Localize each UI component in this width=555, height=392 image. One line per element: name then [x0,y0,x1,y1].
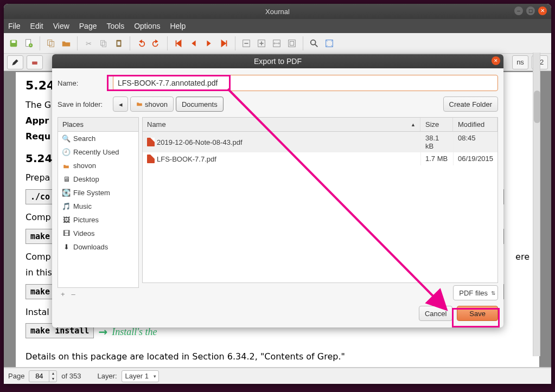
places-pictures[interactable]: 🖼Pictures [58,213,138,227]
places-music[interactable]: 🎵Music [58,200,138,213]
videos-icon: 🎞 [62,230,70,237]
places-filesystem[interactable]: 💽File System [58,186,138,200]
menu-options[interactable]: Options [134,22,160,30]
menu-file[interactable]: File [8,22,21,30]
zoom-in-icon[interactable] [255,37,268,50]
menu-edit[interactable]: Edit [30,22,43,30]
fullscreen-icon[interactable] [323,37,336,50]
places-videos[interactable]: 🎞Videos [58,227,138,240]
menubar: File Edit View Page Tools Options Help [4,19,551,33]
hand-annotation: Install's the [112,326,157,338]
col-header-name[interactable]: Name▲ [143,118,420,131]
svg-rect-8 [101,40,105,45]
breadcrumb-back-button[interactable]: ◂ [113,97,128,112]
col-header-size[interactable]: Size [420,118,453,131]
redo-icon[interactable] [150,37,163,50]
page-spinner[interactable]: ▲▼ [29,370,57,382]
folder-icon[interactable] [60,37,73,50]
svg-rect-18 [289,40,296,47]
eraser-tool-button[interactable] [27,55,43,69]
places-desktop[interactable]: 🖥Desktop [58,172,138,186]
save-icon[interactable] [7,37,20,50]
next-page-icon[interactable] [202,37,215,50]
pen-tool-button[interactable] [7,55,23,69]
pdf-file-icon [147,155,155,163]
menu-tools[interactable]: Tools [106,22,124,30]
svg-rect-22 [32,61,37,65]
text-requ: Requ [25,131,50,142]
copy2-icon[interactable] [97,37,110,50]
pdf-file-icon [147,138,155,146]
last-page-icon[interactable] [218,37,231,50]
sort-asc-icon: ▲ [411,122,416,127]
cancel-button[interactable]: Cancel [419,306,452,321]
dialog-close-button[interactable]: ✕ [492,56,500,65]
file-row[interactable]: LFS-BOOK-7.7.pdf 1.7 MB 06/19/2015 [143,152,497,165]
file-list[interactable]: Name▲ Size Modified 2019-12-06-Note-08-4… [142,117,498,283]
save-button[interactable]: Save [457,306,498,321]
prev-page-icon[interactable] [187,37,200,50]
svg-text:✂: ✂ [86,40,92,47]
copy-icon[interactable] [44,37,58,50]
places-home[interactable]: shovon [58,159,138,172]
tab-unknown-button[interactable]: ns [512,55,528,69]
statusbar: Page ▲▼ of 353 Layer: Layer 1 [4,368,551,384]
text-ere: ere [515,249,530,265]
col-header-modified[interactable]: Modified [453,118,497,131]
export-pdf-dialog: Export to PDF ✕ Name: Save in folder: ◂ … [52,54,503,327]
vertical-scrollbar[interactable] [533,53,540,356]
dialog-title: Export to PDF [254,57,302,66]
home-folder-icon [136,100,143,108]
titlebar: Xournal – ◻ ✕ [4,4,551,19]
page-label: Page [8,372,24,380]
first-page-icon[interactable] [172,37,185,50]
places-downloads[interactable]: ⬇Downloads [58,240,138,254]
text-details: Details on this package are located in S… [25,349,530,365]
svg-rect-16 [261,41,262,45]
fit-width-icon[interactable] [270,37,283,50]
menu-page[interactable]: Page [79,22,97,30]
filename-input[interactable] [113,75,498,91]
scrollbar-thumb[interactable] [534,91,540,123]
music-icon: 🎵 [62,203,70,210]
minimize-button[interactable]: – [514,7,523,15]
svg-rect-11 [117,41,120,45]
create-folder-button[interactable]: Create Folder [443,97,498,112]
search-icon[interactable] [308,37,321,50]
maximize-button[interactable]: ◻ [526,7,535,15]
file-row[interactable]: 2019-12-06-Note-08-43.pdf 38.1 kB 08:45 [143,132,497,152]
svg-rect-19 [290,41,294,45]
paste-icon[interactable] [112,37,125,50]
places-search[interactable]: 🔍Search [58,132,138,145]
places-add-button[interactable]: + [61,290,65,298]
folder-breadcrumb: ◂ shovon Documents [113,97,224,112]
page-down-icon[interactable]: ▼ [49,376,56,382]
page-up-icon[interactable]: ▲ [49,371,56,376]
page-number-input[interactable] [29,372,49,380]
places-remove-button[interactable]: – [72,290,75,298]
menu-view[interactable]: View [53,22,69,30]
dialog-titlebar: Export to PDF ✕ [52,54,503,68]
downloads-icon: ⬇ [62,243,70,251]
file-type-filter[interactable]: PDF files [453,285,498,300]
fit-page-icon[interactable] [285,37,298,50]
layer-label: Layer: [97,372,117,380]
close-window-button[interactable]: ✕ [538,7,547,15]
breadcrumb-shovon[interactable]: shovon [130,97,174,112]
breadcrumb-documents[interactable]: Documents [176,97,224,112]
places-list[interactable]: Places 🔍Search 🕘Recently Used shovon 🖥De… [58,117,139,288]
svg-rect-13 [244,43,248,44]
zoom-out-icon[interactable] [240,37,253,50]
places-recent[interactable]: 🕘Recently Used [58,145,138,159]
svg-rect-1 [11,40,15,43]
new-doc-icon[interactable]: + [22,37,35,50]
menu-help[interactable]: Help [170,22,186,30]
svg-point-20 [311,40,316,44]
main-toolbar: + ✂ [4,33,551,54]
cut-icon[interactable]: ✂ [82,37,95,50]
layer-select[interactable]: Layer 1 [122,370,159,382]
page-of-label: of 353 [61,372,81,380]
undo-icon[interactable] [135,37,148,50]
places-header: Places [58,118,138,132]
home-icon [62,162,70,170]
